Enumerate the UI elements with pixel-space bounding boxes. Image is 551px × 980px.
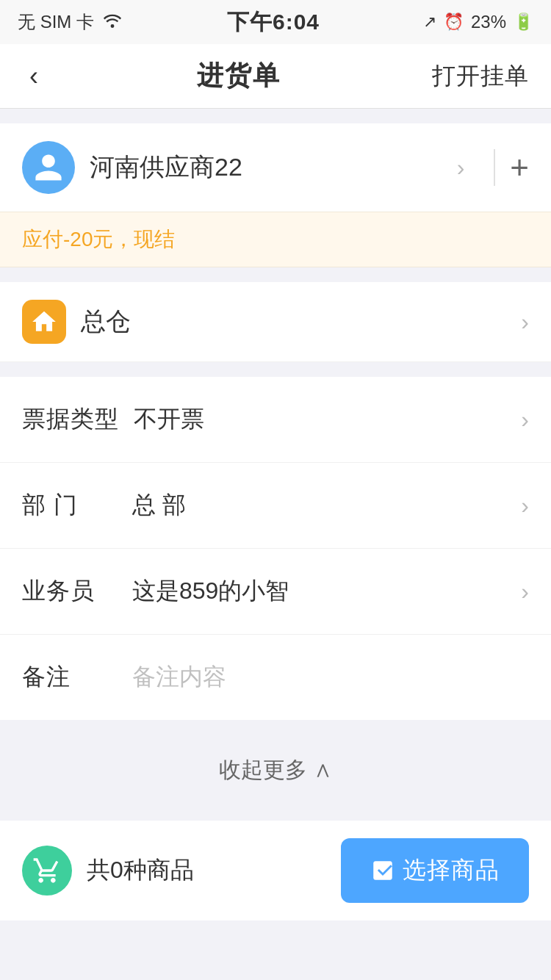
form-section: 票据类型 不开票 › 部 门 总 部 › 业务员 这是859的小智 › 备注 备… (0, 377, 551, 720)
status-left: 无 SIM 卡 (18, 10, 123, 34)
product-icon-wrap (22, 846, 72, 896)
supplier-avatar (22, 141, 75, 194)
warehouse-name: 总仓 (81, 305, 521, 339)
select-product-label: 选择商品 (403, 854, 500, 887)
wifi-icon (101, 12, 123, 32)
invoice-label: 票据类型 (22, 403, 119, 436)
location-icon: ↗ (423, 12, 436, 32)
select-product-button[interactable]: 选择商品 (341, 838, 529, 903)
notice-banner: 应付-20元，现结 (0, 212, 551, 267)
department-arrow-icon: › (521, 492, 529, 519)
salesman-value: 这是859的小智 (118, 575, 521, 608)
warehouse-row[interactable]: 总仓 › (0, 282, 551, 362)
supplier-name: 河南供应商22 (90, 151, 457, 184)
salesman-arrow-icon: › (521, 578, 529, 605)
department-value: 总 部 (118, 489, 521, 522)
section-divider-1 (0, 109, 551, 123)
battery-label: 23% (471, 12, 506, 32)
status-bar: 无 SIM 卡 下午6:04 ↗ ⏰ 23% 🔋 (0, 0, 551, 44)
open-pending-button[interactable]: 打开挂单 (432, 60, 529, 93)
supplier-block: 河南供应商22 › + 应付-20元，现结 (0, 123, 551, 267)
invoice-value: 不开票 (119, 403, 521, 436)
form-row-invoice[interactable]: 票据类型 不开票 › (0, 377, 551, 463)
form-row-department[interactable]: 部 门 总 部 › (0, 463, 551, 549)
status-right: ↗ ⏰ 23% 🔋 (423, 12, 533, 32)
supplier-divider (494, 149, 495, 186)
form-row-salesman[interactable]: 业务员 这是859的小智 › (0, 549, 551, 635)
form-row-note[interactable]: 备注 备注内容 (0, 635, 551, 720)
battery-icon: 🔋 (514, 12, 533, 32)
carrier-label: 无 SIM 卡 (18, 10, 94, 34)
nav-bar: ‹ 进货单 打开挂单 (0, 44, 551, 109)
invoice-arrow-icon: › (521, 406, 529, 433)
warehouse-icon-wrap (22, 300, 66, 344)
note-input[interactable]: 备注内容 (118, 661, 529, 693)
product-bar: 共0种商品 选择商品 (0, 821, 551, 920)
salesman-label: 业务员 (22, 575, 118, 608)
alarm-icon: ⏰ (444, 12, 464, 32)
bottom-gray-area (0, 920, 551, 980)
department-label: 部 门 (22, 489, 118, 522)
note-label: 备注 (22, 661, 118, 693)
supplier-arrow-icon: › (457, 154, 465, 181)
add-supplier-button[interactable]: + (510, 151, 529, 184)
back-button[interactable]: ‹ (22, 54, 46, 99)
status-time: 下午6:04 (227, 7, 320, 37)
collapse-button[interactable]: 收起更多 ∧ (0, 735, 551, 806)
page-title: 进货单 (197, 58, 281, 94)
section-divider-2 (0, 267, 551, 282)
product-count-label: 共0种商品 (87, 854, 341, 887)
supplier-row[interactable]: 河南供应商22 › + (0, 123, 551, 212)
warehouse-block: 总仓 › (0, 282, 551, 362)
warehouse-arrow-icon: › (521, 309, 529, 336)
